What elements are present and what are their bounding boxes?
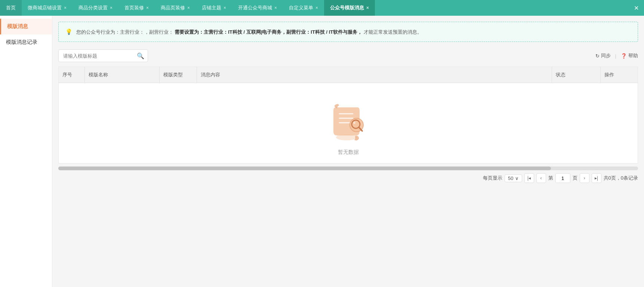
empty-row: 暂无数据 [59,83,638,164]
tab-template-msg[interactable]: 公众号模版消息 × [324,0,375,16]
data-table: 序号 模版名称 模版类型 消息内容 状态 操作 [58,67,638,164]
tab-template-msg-label: 公众号模版消息 [330,4,364,11]
first-page-icon: |◂ [527,175,531,181]
prev-page-button[interactable]: ‹ [536,173,546,183]
next-page-icon: › [584,175,585,181]
last-page-icon: ▸| [595,175,598,181]
notice-suffix: 才能正常发送预置的消息。 [364,29,422,35]
tab-category-settings-close[interactable]: × [110,5,113,10]
search-input[interactable] [58,49,148,62]
tab-product-decor[interactable]: 商品页装修 × [155,0,196,16]
notice-prefix: 您的公众号行业为：主营行业：，副营行业： [76,29,173,35]
first-page-button[interactable]: |◂ [524,173,534,183]
tab-open-mall-label: 开通公众号商城 [238,4,272,11]
sidebar-template-record-label: 模版消息记录 [6,39,37,45]
pagination: 每页显示 50 ∨ |◂ ‹ 第 页 › ▸| 共0页，0条记录 [58,173,638,183]
col-action: 操作 [601,67,638,83]
tab-homepage-decor[interactable]: 首页装修 × [118,0,155,16]
help-icon: ❓ [621,53,627,59]
svg-point-7 [353,122,355,124]
empty-state: 暂无数据 [59,83,638,163]
col-type: 模版类型 [160,67,197,83]
tab-home[interactable]: 首页 [0,0,22,16]
tab-shop-settings-close[interactable]: × [64,5,67,10]
per-page-select[interactable]: 50 ∨ [505,174,522,182]
tab-shop-theme-label: 店铺主题 [202,4,221,11]
page-label: 第 [548,175,553,181]
search-input-wrap: 🔍 [58,49,148,62]
next-page-button[interactable]: › [580,173,589,183]
sync-icon: ↻ [595,53,600,59]
tab-custom-menu-close[interactable]: × [315,5,318,10]
last-page-button[interactable]: ▸| [592,173,601,183]
tab-product-decor-close[interactable]: × [187,5,190,10]
prev-page-icon: ‹ [540,175,542,181]
close-all-button[interactable]: ✕ [629,0,644,16]
tab-homepage-decor-label: 首页装修 [124,4,144,11]
per-page-label: 每页显示 [483,175,502,181]
notice-icon: 💡 [65,28,73,35]
page-number-input[interactable] [555,173,570,183]
help-label: 帮助 [628,52,638,59]
tab-shop-theme-close[interactable]: × [224,5,226,10]
tab-open-mall[interactable]: 开通公众号商城 × [232,0,283,16]
col-status: 状态 [552,67,601,83]
tab-shop-settings[interactable]: 微商城店铺设置 × [22,0,73,16]
notice-highlight: 需要设置为：主营行业：IT科技 / 互联网|电子商务，副营行业：IT科技 / I… [175,29,362,35]
tab-shop-theme[interactable]: 店铺主题 × [196,0,232,16]
per-page-value: 50 [508,175,513,181]
sync-button[interactable]: ↻ 同步 [595,52,611,59]
tab-custom-menu[interactable]: 自定义菜单 × [283,0,324,16]
tab-shop-settings-label: 微商城店铺设置 [28,4,62,11]
tab-template-msg-close[interactable]: × [366,5,369,10]
sync-label: 同步 [601,52,611,59]
notice-box: 💡 您的公众号行业为：主营行业：，副营行业： 需要设置为：主营行业：IT科技 /… [58,22,638,42]
sidebar-item-template-record[interactable]: 模版消息记录 [0,34,52,50]
tab-homepage-decor-close[interactable]: × [146,5,149,10]
tab-custom-menu-label: 自定义菜单 [289,4,313,11]
tab-bar: 首页 微商城店铺设置 × 商品分类设置 × 首页装修 × 商品页装修 × 店铺主… [0,0,644,16]
help-button[interactable]: ❓ 帮助 [621,52,638,59]
tab-product-decor-label: 商品页装修 [161,4,185,11]
empty-text: 暂无数据 [59,149,638,156]
tab-open-mall-close[interactable]: × [274,5,277,10]
toolbar-right: ↻ 同步 | ❓ 帮助 [595,52,638,59]
col-content: 消息内容 [197,67,552,83]
tab-home-label: 首页 [6,4,16,11]
table-header-row: 序号 模版名称 模版类型 消息内容 状态 操作 [59,67,638,83]
empty-icon [326,98,371,143]
divider: | [615,53,616,59]
tab-category-settings-label: 商品分类设置 [78,4,108,11]
search-icon[interactable]: 🔍 [137,52,144,59]
page-total: 共0页，0条记录 [604,175,638,181]
scrollbar-track[interactable] [58,167,638,170]
scrollbar-thumb[interactable] [58,167,551,170]
content-area: 💡 您的公众号行业为：主营行业：，副营行业： 需要设置为：主营行业：IT科技 /… [52,16,644,287]
sidebar: 模版消息 模版消息记录 [0,16,52,287]
sidebar-template-msg-label: 模版消息 [7,23,28,29]
tab-category-settings[interactable]: 商品分类设置 × [73,0,118,16]
col-name: 模版名称 [85,67,160,83]
sidebar-item-template-msg[interactable]: 模版消息 [0,19,52,34]
col-seq: 序号 [59,67,85,83]
search-bar: 🔍 ↻ 同步 | ❓ 帮助 [58,49,638,62]
chevron-down-icon: ∨ [515,175,519,181]
page-suffix: 页 [573,175,577,181]
main-layout: 模版消息 模版消息记录 💡 您的公众号行业为：主营行业：，副营行业： 需要设置为… [0,16,644,287]
